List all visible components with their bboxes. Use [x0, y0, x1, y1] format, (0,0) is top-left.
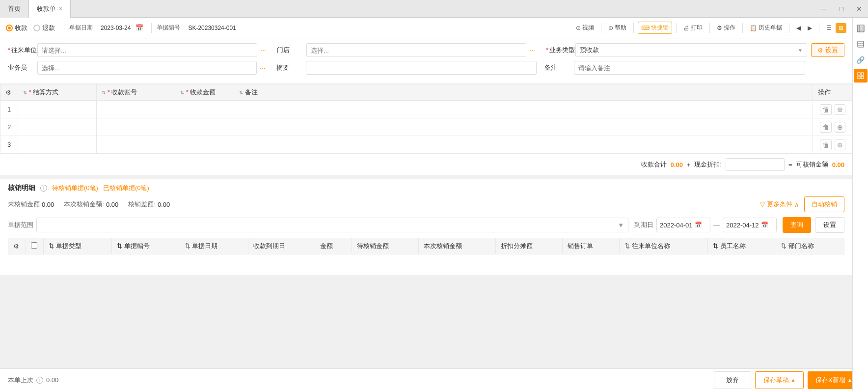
gear-icon: ⚙ — [5, 89, 11, 96]
help-button[interactable]: ⊙ 帮助 — [605, 22, 629, 33]
history-button[interactable]: 📋 历史单据 — [747, 22, 785, 33]
verif-header: 核销明细 i 待核销单据(0笔) 已核销单据(0笔) — [8, 184, 844, 193]
video-icon: ⊙ — [576, 25, 581, 31]
delete-row-2-button[interactable]: 🗑 — [820, 122, 832, 133]
receipt-account-cell-1[interactable] — [97, 101, 175, 118]
sub-gear-icon: ⚙ — [13, 243, 19, 250]
range-select[interactable]: ▼ — [36, 218, 628, 232]
verif-info-icon[interactable]: i — [40, 185, 47, 192]
remark-cell-2[interactable] — [234, 118, 813, 136]
total-value: 0.00 — [671, 161, 683, 168]
tab-home[interactable]: 首页 — [0, 0, 28, 18]
sub-table-empty-row — [8, 254, 844, 270]
sub-th-sales-order: 销售订单 — [563, 238, 620, 254]
minimize-button[interactable]: ─ — [815, 0, 833, 18]
settle-method-cell-3[interactable] — [18, 136, 97, 154]
sub-th-due-date: 收款到期日 — [248, 238, 315, 254]
sub-th-amount: 金额 — [315, 238, 352, 254]
sub-th-staff-name: ⇅ 员工名称 — [708, 238, 776, 254]
tab-active[interactable]: 收款单 × — [28, 0, 71, 18]
next-button[interactable]: ▶ — [805, 23, 815, 33]
close-button[interactable]: ✕ — [850, 0, 868, 18]
store-more-button[interactable]: ··· — [526, 46, 538, 54]
counterpart-input[interactable] — [37, 43, 257, 57]
summary-label: 摘要 — [276, 63, 306, 72]
query-button[interactable]: 查询 — [783, 217, 811, 233]
copy-row-2-button[interactable]: ⊕ — [835, 122, 845, 133]
sub-select-all-checkbox[interactable] — [31, 242, 37, 249]
sub-th-counterpart-name: ⇅ 往来单位名称 — [619, 238, 707, 254]
delete-row-3-button[interactable]: 🗑 — [820, 140, 832, 150]
pending-tab[interactable]: 待核销单据(0笔) — [52, 184, 98, 193]
sidebar-list-icon[interactable] — [854, 37, 868, 51]
data-table-wrapper: ⚙ ⇅ * 结算方式 ⇅ * 收款账号 ⇅ * 收款 — [0, 84, 852, 154]
date-end-input[interactable]: 2022-04-12 📅 — [723, 218, 777, 232]
svg-rect-11 — [861, 76, 864, 79]
sidebar-expand-icon[interactable] — [854, 69, 868, 83]
done-tab[interactable]: 已核销单据(0笔) — [103, 184, 149, 193]
print-button[interactable]: 🖨 打印 — [680, 22, 705, 33]
remark-cell-1[interactable] — [234, 101, 813, 118]
sort-icon: ⇅ — [180, 90, 184, 95]
operation-button[interactable]: ⚙ 操作 — [714, 22, 738, 33]
filter-settings-button[interactable]: 设置 — [815, 217, 844, 233]
sidebar-table-icon[interactable] — [854, 22, 868, 35]
table-header-gear[interactable]: ⚙ — [0, 84, 18, 101]
receipt-radio[interactable]: 收款 — [6, 24, 27, 32]
grid-view-button[interactable]: ⊞ — [836, 23, 846, 33]
sort-icon: ⇅ — [49, 242, 54, 250]
video-button[interactable]: ⊙ 视频 — [573, 22, 597, 33]
number-label: 单据编号 — [157, 24, 180, 32]
row-num-1: 1 — [0, 101, 18, 118]
remark-input[interactable] — [574, 61, 805, 75]
refund-radio[interactable]: 退款 — [33, 24, 55, 32]
copy-row-3-button[interactable]: ⊕ — [835, 140, 845, 150]
table-row: 2 🗑 ⊕ — [0, 118, 852, 136]
biztype-select[interactable]: 预收款 ▼ — [575, 43, 807, 57]
divider9 — [819, 23, 819, 33]
due-date-label: 到期日 — [634, 221, 653, 229]
discount-input[interactable] — [726, 158, 785, 171]
receipt-amount-cell-2[interactable] — [175, 118, 234, 136]
receipt-account-cell-2[interactable] — [97, 118, 175, 136]
remark-cell-3[interactable] — [234, 136, 813, 154]
sub-th-gear[interactable]: ⚙ — [8, 238, 26, 254]
svg-rect-9 — [861, 73, 864, 75]
tab-close-icon[interactable]: × — [59, 0, 62, 18]
summary-input[interactable] — [306, 61, 537, 75]
shortcut-button[interactable]: ⌨ 快捷键 — [638, 22, 672, 34]
sort-icon: ⇅ — [117, 242, 122, 250]
settings-button[interactable]: ⚙ 设置 — [811, 43, 844, 57]
discount-label: 现金折扣: — [694, 160, 722, 169]
staff-more-button[interactable]: ··· — [257, 64, 269, 72]
prev-button[interactable]: ◀ — [793, 23, 804, 33]
settle-method-cell-1[interactable] — [18, 101, 97, 118]
svg-rect-10 — [858, 76, 860, 79]
receipt-account-cell-3[interactable] — [97, 136, 175, 154]
delete-row-1-button[interactable]: 🗑 — [820, 104, 832, 115]
staff-input[interactable] — [37, 61, 257, 75]
unverified-stat: 未核销金额 0.00 — [8, 200, 54, 209]
svg-rect-5 — [858, 41, 864, 47]
form-section: *往来单位 ··· 门店 ··· *业务类型 预收款 ▼ — [0, 38, 852, 84]
sort-icon: ⇅ — [624, 242, 630, 250]
auto-verify-button[interactable]: 自动核销 — [804, 196, 844, 212]
list-view-button[interactable]: ☰ — [823, 23, 835, 33]
date-start-input[interactable]: 2022-04-01 📅 — [656, 218, 710, 232]
more-conditions-button[interactable]: ▽ 更多条件 ∧ — [760, 200, 799, 209]
store-input[interactable] — [306, 43, 526, 57]
calendar-icon[interactable]: 📅 — [136, 24, 143, 31]
gear-icon: ⚙ — [817, 47, 823, 54]
biztype-label: *业务类型 — [546, 46, 575, 55]
receipt-amount-cell-1[interactable] — [175, 101, 234, 118]
divider6 — [709, 23, 710, 33]
sidebar-link-icon[interactable]: 🔗 — [854, 53, 868, 67]
summary-bar: 收款合计 0.00 + 现金折扣: = 可核销金额 0.00 — [0, 154, 852, 175]
sub-th-checkbox[interactable] — [26, 238, 44, 254]
copy-row-1-button[interactable]: ⊕ — [835, 104, 845, 115]
receipt-amount-cell-3[interactable] — [175, 136, 234, 154]
current-stat: 本次核销金额: 0.00 — [64, 200, 118, 209]
maximize-button[interactable]: □ — [833, 0, 850, 18]
counterpart-more-button[interactable]: ··· — [257, 46, 269, 54]
settle-method-cell-2[interactable] — [18, 118, 97, 136]
